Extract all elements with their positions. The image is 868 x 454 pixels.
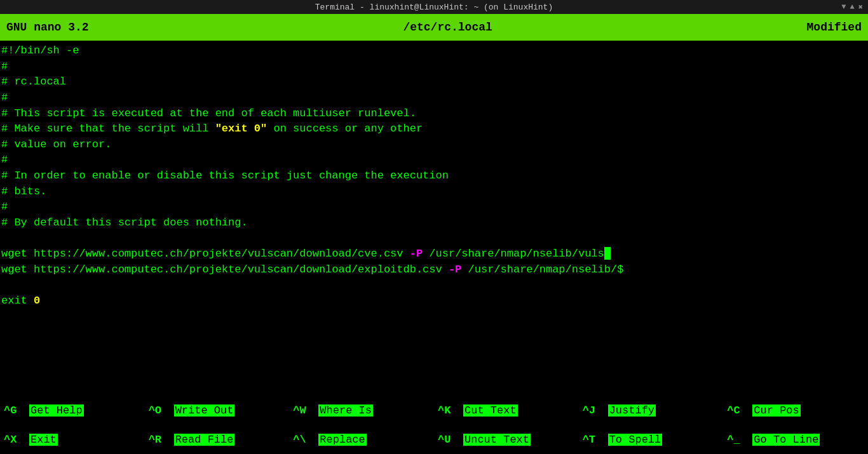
line-16: [1, 278, 867, 294]
line-15: wget https://www.computec.ch/projekte/vu…: [1, 262, 867, 278]
window-controls: ▼ ▲ ✖: [841, 3, 863, 12]
line-17: exit 0: [1, 293, 867, 309]
shortcut-key-j: ^J: [583, 404, 606, 417]
shortcut-key-w: ^W: [293, 404, 316, 417]
shortcut-label-cut-text: Cut Text: [463, 404, 518, 417]
shortcut-key-g: ^G: [4, 404, 27, 417]
shortcut-label-get-help: Get Help: [29, 404, 84, 417]
shortcut-justify[interactable]: ^J Justify: [579, 396, 724, 425]
line-8: #: [1, 152, 867, 168]
file-path: /etc/rc.local: [403, 21, 492, 34]
shortcut-label-replace: Replace: [318, 434, 366, 446]
minimize-icon[interactable]: ▼: [841, 3, 846, 12]
shortcut-where-is[interactable]: ^W Where Is: [289, 396, 434, 425]
modified-status: Modified: [807, 21, 862, 34]
nano-title: GNU nano 3.2: [6, 21, 89, 34]
shortcut-uncut-text[interactable]: ^U Uncut Text: [434, 425, 579, 454]
line-6: # Make sure that the script will "exit 0…: [1, 121, 867, 137]
shortcut-key-k: ^K: [438, 404, 461, 417]
shortcut-key-c: ^C: [727, 404, 750, 417]
shortcut-cur-pos[interactable]: ^C Cur Pos: [723, 396, 868, 425]
shortcut-key-r: ^R: [149, 434, 172, 446]
shortcut-label-go-to-line: Go To Line: [752, 434, 820, 446]
shortcut-key-t: ^T: [583, 434, 606, 446]
maximize-icon[interactable]: ▲: [850, 3, 855, 12]
nano-header: GNU nano 3.2 /etc/rc.local Modified: [0, 14, 868, 41]
shortcut-cut-text[interactable]: ^K Cut Text: [434, 396, 579, 425]
shortcut-key-underscore: ^_: [727, 434, 750, 446]
shortcut-label-justify: Justify: [608, 404, 656, 417]
close-icon[interactable]: ✖: [858, 3, 863, 12]
shortcut-get-help[interactable]: ^G Get Help: [0, 396, 145, 425]
terminal-window: Terminal - linuxhint@LinuxHint: ~ (on Li…: [0, 0, 868, 454]
shortcut-label-write-out: Write Out: [174, 404, 235, 417]
line-4: #: [1, 90, 867, 106]
shortcut-key-u: ^U: [438, 434, 461, 446]
title-bar: Terminal - linuxhint@LinuxHint: ~ (on Li…: [0, 0, 868, 14]
shortcut-label-exit: Exit: [29, 434, 58, 446]
shortcut-label-uncut-text: Uncut Text: [463, 434, 531, 446]
title-text: Terminal - linuxhint@LinuxHint: ~ (on Li…: [315, 3, 553, 12]
shortcut-to-spell[interactable]: ^T To Spell: [579, 425, 724, 454]
line-9: # In order to enable or disable this scr…: [1, 168, 867, 184]
shortcut-label-cur-pos: Cur Pos: [752, 404, 800, 417]
shortcut-go-to-line[interactable]: ^_ Go To Line: [723, 425, 868, 454]
shortcut-replace[interactable]: ^\ Replace: [289, 425, 434, 454]
shortcut-key-o: ^O: [149, 404, 172, 417]
line-18: [1, 309, 867, 325]
shortcut-label-to-spell: To Spell: [608, 434, 663, 446]
line-2: #: [1, 59, 867, 75]
line-11: #: [1, 199, 867, 215]
line-10: # bits.: [1, 184, 867, 200]
line-13: [1, 231, 867, 247]
shortcut-label-where-is: Where Is: [318, 404, 373, 417]
line-7: # value on error.: [1, 137, 867, 153]
line-3: # rc.local: [1, 74, 867, 90]
shortcut-key-backslash: ^\: [293, 434, 316, 446]
shortcut-write-out[interactable]: ^O Write Out: [145, 396, 290, 425]
line-12: # By default this script does nothing.: [1, 215, 867, 231]
shortcut-read-file[interactable]: ^R Read File: [145, 425, 290, 454]
line-1: #!/bin/sh -e: [1, 43, 867, 59]
line-5: # This script is executed at the end of …: [1, 106, 867, 122]
shortcut-bar: ^G Get Help ^O Write Out ^W Where Is ^K …: [0, 396, 868, 454]
shortcut-label-read-file: Read File: [174, 434, 235, 446]
shortcut-key-x: ^X: [4, 434, 27, 446]
shortcut-exit[interactable]: ^X Exit: [0, 425, 145, 454]
line-14: wget https://www.computec.ch/projekte/vu…: [1, 246, 867, 262]
editor-area[interactable]: #!/bin/sh -e # # rc.local # # This scrip…: [0, 41, 868, 396]
